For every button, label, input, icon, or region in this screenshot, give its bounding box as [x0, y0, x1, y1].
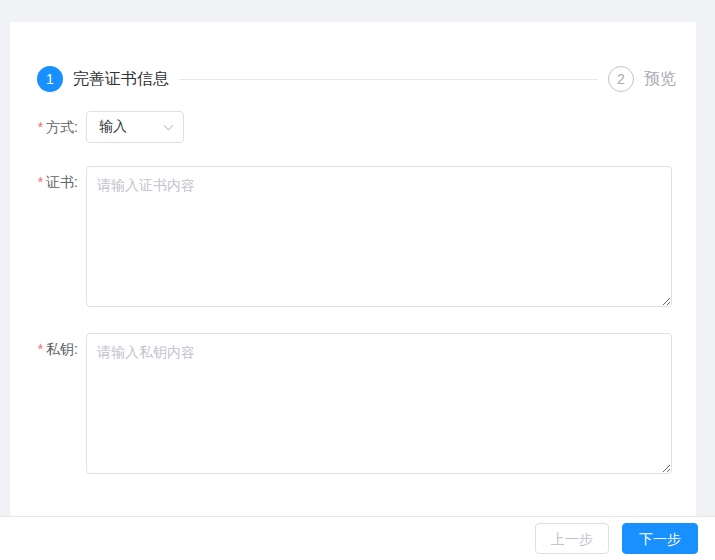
certificate-textarea[interactable] — [86, 166, 672, 307]
step-1-title: 完善证书信息 — [73, 69, 169, 90]
step-2: 2 预览 — [608, 66, 676, 92]
method-required-mark: * — [38, 119, 43, 135]
certificate-form: *方式: 输入 *证书: *私钥: — [10, 111, 696, 474]
chevron-down-icon — [164, 121, 174, 131]
footer-action-bar: 上一步 下一步 — [0, 516, 715, 560]
private-key-row: *私钥: — [10, 333, 696, 474]
method-row: *方式: 输入 — [10, 111, 696, 143]
steps-bar: 1 完善证书信息 2 预览 — [10, 22, 696, 92]
private-key-required-mark: * — [38, 341, 43, 357]
previous-step-button[interactable]: 上一步 — [535, 523, 609, 554]
certificate-label-text: 证书: — [46, 174, 78, 190]
certificate-required-mark: * — [38, 174, 43, 190]
certificate-row: *证书: — [10, 166, 696, 307]
method-select-value: 输入 — [87, 118, 127, 136]
private-key-textarea[interactable] — [86, 333, 672, 474]
step-connector-line — [179, 79, 598, 80]
certificate-form-card: 1 完善证书信息 2 预览 *方式: 输入 *证书: — [10, 22, 696, 516]
next-step-button[interactable]: 下一步 — [622, 523, 698, 554]
step-1: 1 完善证书信息 — [37, 66, 169, 92]
method-label-text: 方式: — [46, 119, 78, 135]
private-key-label-text: 私钥: — [46, 341, 78, 357]
step-2-title: 预览 — [644, 69, 676, 90]
step-2-number-badge: 2 — [608, 66, 634, 92]
step-1-number-badge: 1 — [37, 66, 63, 92]
page-background: 1 完善证书信息 2 预览 *方式: 输入 *证书: — [0, 0, 715, 560]
method-select[interactable]: 输入 — [86, 111, 184, 143]
private-key-label: *私钥: — [10, 333, 86, 365]
certificate-label: *证书: — [10, 166, 86, 198]
method-label: *方式: — [10, 111, 86, 143]
